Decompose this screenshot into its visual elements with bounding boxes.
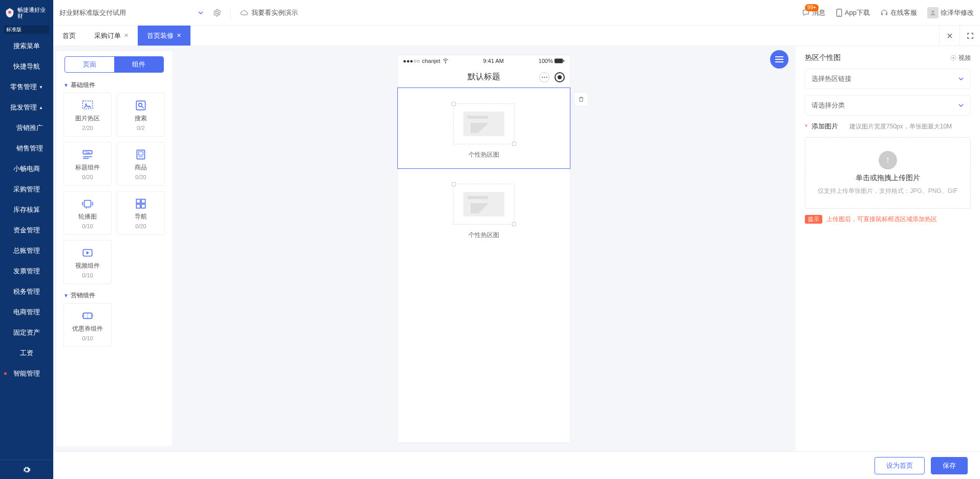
- panel-mode-segment: 页面 组件: [65, 56, 164, 73]
- svg-rect-28: [563, 60, 564, 62]
- phone-icon: [836, 9, 843, 17]
- sidebar-item-1[interactable]: 快捷导航: [0, 56, 53, 77]
- trash-icon: [578, 96, 585, 103]
- sidebar-item-15[interactable]: 工资: [0, 343, 53, 363]
- component-product[interactable]: 商品0/20: [117, 142, 165, 186]
- image-placeholder: [453, 103, 515, 144]
- logo-icon: [4, 7, 15, 18]
- size-hint: 建议图片宽度750px，单张图最大10M: [849, 122, 952, 131]
- topbar: 好业财标准版交付试用 我要看实例演示 99+ 消息 App下载: [53, 0, 980, 26]
- svg-rect-18: [136, 199, 140, 203]
- sidebar-item-11[interactable]: 发票管理: [0, 261, 53, 281]
- chevron-down-icon: [958, 102, 964, 108]
- sidebar-item-10[interactable]: 总账管理: [0, 241, 53, 261]
- app-download-button[interactable]: App下载: [836, 8, 870, 17]
- svg-point-25: [91, 315, 93, 316]
- upload-dropzone[interactable]: ↑ 单击或拖拽上传图片 仅支持上传单张图片，支持格式：JPG、PNG、GIF: [805, 137, 971, 209]
- upload-icon: ↑: [879, 151, 897, 169]
- user-menu[interactable]: 徐泽华修改: [927, 7, 974, 18]
- svg-point-2: [839, 15, 840, 16]
- svg-rect-19: [141, 199, 145, 203]
- select-hotspot-link[interactable]: 选择热区链接: [805, 69, 971, 89]
- component-video[interactable]: 视频组件0/10: [63, 240, 112, 284]
- image-placeholder: [453, 184, 515, 225]
- avatar-icon: [927, 7, 939, 18]
- chevron-down-icon: [958, 76, 964, 82]
- component-image[interactable]: 图片热区2/20: [63, 93, 112, 137]
- svg-rect-4: [82, 101, 93, 108]
- battery-icon: [555, 58, 565, 63]
- brand-logo: 畅捷通好业财: [0, 0, 53, 26]
- layers-fab[interactable]: [770, 50, 789, 69]
- tab-1[interactable]: 采购订单✕: [85, 26, 138, 46]
- canvas-block-1[interactable]: 个性热区图: [398, 88, 570, 168]
- svg-point-7: [139, 103, 142, 106]
- component-search[interactable]: 搜索0/2: [117, 93, 165, 137]
- service-button[interactable]: 在线客服: [880, 8, 917, 17]
- component-nav[interactable]: 导航0/20: [117, 191, 165, 235]
- sidebar-item-5[interactable]: 销售管理: [0, 138, 53, 159]
- sidebar-item-6[interactable]: 小畅电商: [0, 159, 53, 179]
- signal-icon: ●●●○○: [403, 58, 420, 64]
- close-icon[interactable]: ✕: [177, 32, 181, 39]
- components-panel: 页面 组件 ▼ 基础组件 图片热区2/20搜索0/2Title标题组件0/20商…: [56, 51, 172, 446]
- sidebar-item-13[interactable]: 电商管理: [0, 302, 53, 322]
- component-coupon[interactable]: 优惠券组件0/10: [63, 303, 112, 347]
- demo-text: 我要看实例演示: [251, 8, 298, 17]
- close-icon[interactable]: ✕: [124, 32, 129, 39]
- delete-block-button[interactable]: [574, 92, 588, 106]
- sidebar-item-12[interactable]: 税务管理: [0, 281, 53, 302]
- group-basic[interactable]: ▼ 基础组件: [63, 78, 165, 93]
- sidebar-settings[interactable]: [0, 460, 53, 479]
- tab-2[interactable]: 首页装修✕: [138, 26, 190, 46]
- title-icon: Title: [81, 148, 94, 161]
- svg-point-17: [88, 207, 89, 208]
- demo-link[interactable]: 我要看实例演示: [240, 8, 298, 17]
- svg-point-3: [932, 10, 934, 13]
- svg-point-24: [82, 315, 84, 316]
- sidebar-menu: 搜索菜单快捷导航零售管理▼批发管理▲营销推广销售管理小畅电商采购管理库存核算资金…: [0, 36, 53, 460]
- sidebar-item-8[interactable]: 库存核算: [0, 200, 53, 220]
- canvas-block-2[interactable]: 个性热区图: [398, 168, 570, 249]
- sidebar-item-2[interactable]: 零售管理▼: [0, 77, 53, 97]
- component-carousel[interactable]: 轮播图0/10: [63, 191, 112, 235]
- select-category[interactable]: 请选择分类: [805, 95, 971, 116]
- target-icon[interactable]: [555, 72, 565, 82]
- svg-point-0: [8, 11, 11, 13]
- phone-title: 默认标题: [467, 72, 500, 82]
- tip-row: 提示 上传图后，可直接鼠标框选区域添加热区: [805, 215, 971, 224]
- sidebar-item-3[interactable]: 批发管理▲: [0, 97, 53, 118]
- play-icon: [950, 55, 956, 61]
- component-title[interactable]: Title标题组件0/20: [63, 142, 112, 186]
- video-icon: [81, 246, 94, 259]
- add-image-label: 添加图片: [812, 122, 838, 131]
- chevron-down-icon: [198, 10, 204, 16]
- required-star: *: [805, 123, 807, 130]
- close-all-tabs[interactable]: [939, 26, 960, 46]
- sidebar-item-4[interactable]: 营销推广: [0, 118, 53, 138]
- save-button[interactable]: 保存: [931, 457, 968, 474]
- set-homepage-button[interactable]: 设为首页: [875, 457, 925, 474]
- headset-icon: [880, 9, 888, 17]
- fullscreen-button[interactable]: [960, 26, 980, 46]
- brand-name: 畅捷通好业财: [17, 7, 49, 19]
- project-selector[interactable]: 好业财标准版交付试用: [59, 8, 204, 17]
- seg-components[interactable]: 组件: [114, 57, 163, 72]
- svg-rect-27: [555, 58, 563, 63]
- sidebar-item-14[interactable]: 固定资产: [0, 322, 53, 343]
- messages-button[interactable]: 99+ 消息: [802, 8, 825, 17]
- cloud-icon: [240, 9, 248, 17]
- group-marketing[interactable]: ▼ 营销组件: [63, 288, 165, 303]
- props-title: 热区个性图: [805, 53, 841, 62]
- svg-text:Title: Title: [85, 150, 90, 154]
- tab-0[interactable]: 首页: [53, 26, 85, 46]
- sidebar-item-9[interactable]: 资金管理: [0, 220, 53, 241]
- phone-preview: ●●●○○ chanjet 9:41 AM 100% 默认标题: [398, 55, 570, 442]
- settings-icon[interactable]: [213, 9, 221, 17]
- sidebar-item-7[interactable]: 采购管理: [0, 179, 53, 200]
- video-help-link[interactable]: 视频: [950, 54, 971, 62]
- more-icon[interactable]: ⋯: [539, 72, 549, 82]
- sidebar-item-0[interactable]: 搜索菜单: [0, 36, 53, 56]
- sidebar-item-16[interactable]: 智能管理: [0, 363, 53, 384]
- seg-page[interactable]: 页面: [65, 57, 114, 72]
